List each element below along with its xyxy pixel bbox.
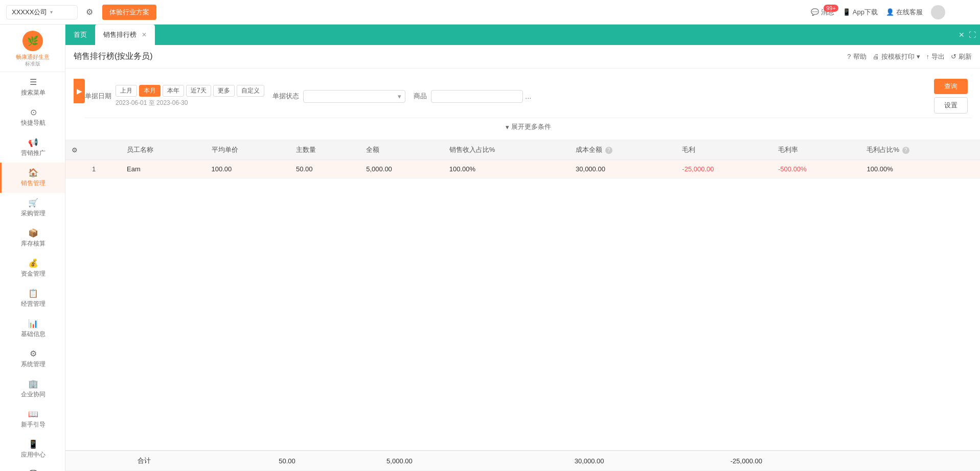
tab-bar: 首页 销售排行榜 ✕ ✕ ⛶: [65, 25, 980, 45]
sidebar-item-sys-mgmt[interactable]: ⚙ 系统管理: [0, 344, 65, 374]
export-btn[interactable]: ↑ 导出: [926, 52, 945, 61]
sidebar-item-quick-nav[interactable]: ⊙ 快捷导航: [0, 102, 65, 132]
sidebar-item-operations[interactable]: 📋 经营管理: [0, 283, 65, 313]
sidebar-item-sales-mgmt[interactable]: 🏠 销售管理: [0, 163, 65, 193]
period-this-year[interactable]: 本年: [163, 85, 184, 97]
service-icon: 👤: [886, 8, 894, 16]
period-last-month[interactable]: 上月: [116, 85, 137, 97]
export-label: 导出: [931, 52, 945, 61]
cost-info-icon[interactable]: ?: [605, 147, 612, 154]
cell-settings: [65, 160, 86, 178]
company-selector[interactable]: XXXXX公司 ▾: [6, 5, 78, 19]
tab-close-all-icon[interactable]: ✕: [959, 31, 965, 39]
message-btn[interactable]: 💬 消息 99+: [811, 8, 834, 17]
tab-sales-rank[interactable]: 销售排行榜 ✕: [95, 25, 155, 45]
marketing-icon: 📢: [28, 138, 38, 147]
tab-maximize-icon[interactable]: ⛶: [969, 31, 976, 39]
date-period-group: 上月 本月 本年 近7天 更多 自定义 2023-06-01 至 2023-06…: [116, 85, 264, 107]
sidebar-item-guide[interactable]: 📖 新手引导: [0, 404, 65, 434]
refresh-btn[interactable]: ↺ 刷新: [951, 52, 972, 61]
goods-input[interactable]: [431, 90, 523, 103]
cell-name: Eam: [121, 160, 206, 178]
goods-more-btn[interactable]: …: [525, 93, 532, 100]
filter-section: ▶ 单据日期 上月 本月: [74, 75, 972, 133]
tab-home-label: 首页: [74, 30, 87, 39]
trial-button[interactable]: 体验行业方案: [102, 5, 156, 20]
sys-mgmt-icon: ⚙: [30, 349, 37, 358]
finance-icon: 💰: [28, 258, 38, 268]
sidebar-item-label: 采购管理: [21, 209, 45, 218]
company-name: XXXXX公司: [12, 8, 47, 17]
summary-sales-pct: [522, 451, 568, 471]
chevron-down-icon: ▾: [50, 9, 53, 15]
print-btn[interactable]: 🖨 按模板打印 ▾: [873, 52, 920, 61]
col-settings[interactable]: ⚙: [65, 140, 86, 160]
filter-collapse-arrow[interactable]: ▶: [74, 79, 85, 103]
period-more[interactable]: 更多: [213, 85, 235, 97]
profit-pct-info-icon[interactable]: ?: [902, 147, 909, 154]
date-filter-item: 单据日期 上月 本月 本年 近7天 更多 自定义: [85, 85, 264, 107]
print-dropdown-icon: ▾: [917, 53, 920, 60]
period-7days[interactable]: 近7天: [186, 85, 211, 97]
sidebar-item-marketing[interactable]: 📢 营销推广: [0, 132, 65, 163]
col-profit: 毛利: [676, 140, 772, 160]
expand-conditions-btn[interactable]: ▾ 展开更多条件: [506, 122, 551, 131]
online-service-btn[interactable]: 👤 在线客服: [886, 8, 923, 17]
query-button[interactable]: 查询: [934, 79, 968, 94]
date-filter-label: 单据日期: [85, 92, 111, 101]
cell-amount: 5,000.00: [360, 160, 443, 178]
sidebar-item-inventory[interactable]: 📦 库存核算: [0, 223, 65, 253]
refresh-icon: ↺: [951, 53, 956, 60]
sidebar-item-wechat[interactable]: 💬 企业微信: [0, 464, 65, 471]
filter-row: 单据日期 上月 本月 本年 近7天 更多 自定义: [85, 75, 972, 118]
sidebar-item-enterprise[interactable]: 🏢 企业协同: [0, 374, 65, 404]
tab-home[interactable]: 首页: [65, 25, 95, 45]
sidebar-item-label: 资金管理: [21, 270, 45, 278]
cell-main-qty: 50.00: [290, 160, 360, 178]
col-profit-rate: 毛利率: [772, 140, 860, 160]
print-icon: 🖨: [873, 53, 879, 60]
logo-text: 畅康通好生意: [16, 53, 50, 60]
right-action-btns: 查询 设置: [934, 75, 972, 118]
sidebar-item-app-center[interactable]: 📱 应用中心: [0, 434, 65, 464]
sales-mgmt-icon: 🏠: [28, 168, 38, 177]
sidebar-item-search-order[interactable]: ☰ 搜索菜单: [0, 72, 65, 102]
table-settings-button[interactable]: 设置: [934, 97, 968, 114]
table-body: 1 Eam 100.00 50.00 5,000.00 100.00% 30,0…: [65, 160, 980, 178]
col-sales-pct: 销售收入占比%: [443, 140, 569, 160]
tab-close-icon[interactable]: ✕: [142, 31, 147, 38]
sidebar-item-purchase-mgmt[interactable]: 🛒 采购管理: [0, 193, 65, 223]
logo-sub: 标准版: [25, 60, 40, 68]
col-profit-pct: 毛利占比% ?: [860, 140, 980, 160]
message-badge: 99+: [824, 5, 838, 12]
app-download-btn[interactable]: 📱 App下载: [842, 8, 878, 17]
sidebar-item-finance[interactable]: 💰 资金管理: [0, 253, 65, 283]
sidebar-item-basic-info[interactable]: 📊 基础信息: [0, 313, 65, 344]
filter-toggle-row: ▾ 展开更多条件: [85, 118, 972, 133]
app-container: XXXXX公司 ▾ ⚙ 体验行业方案 💬 消息 99+ 📱 App下载 👤 在线…: [0, 0, 980, 471]
table-row: 1 Eam 100.00 50.00 5,000.00 100.00% 30,0…: [65, 160, 980, 178]
cell-profit-rate: -500.00%: [772, 160, 860, 178]
page-header-actions: ? 帮助 🖨 按模板打印 ▾ ↑ 导出 ↺: [847, 52, 972, 61]
print-label: 按模板打印: [881, 52, 915, 61]
settings-icon-btn[interactable]: ⚙: [82, 5, 97, 20]
avatar[interactable]: [931, 5, 945, 19]
goods-input-wrapper: …: [431, 90, 532, 103]
cell-rank: 1: [86, 160, 121, 178]
sidebar-item-label: 应用中心: [21, 451, 45, 459]
col-cost-amount: 成本全额 ?: [569, 140, 676, 160]
period-custom[interactable]: 自定义: [237, 85, 264, 97]
sidebar-item-label: 搜索菜单: [21, 88, 45, 97]
tab-bar-actions: ✕ ⛶: [959, 31, 980, 39]
refresh-label: 刷新: [959, 52, 972, 61]
cell-sales-pct: 100.00%: [443, 160, 569, 178]
sidebar-item-label: 基础信息: [21, 330, 45, 339]
status-select[interactable]: [303, 90, 405, 103]
filter-inner: 单据日期 上月 本月 本年 近7天 更多 自定义: [85, 75, 972, 133]
period-this-month[interactable]: 本月: [139, 85, 161, 97]
help-btn[interactable]: ? 帮助: [847, 52, 866, 61]
content-area: 首页 销售排行榜 ✕ ✕ ⛶ 销售排行榜(按业务员): [65, 25, 980, 471]
cell-avg-price: 100.00: [206, 160, 290, 178]
sidebar-item-label: 企业协同: [21, 390, 45, 399]
summary-profit-pct: [934, 451, 980, 471]
